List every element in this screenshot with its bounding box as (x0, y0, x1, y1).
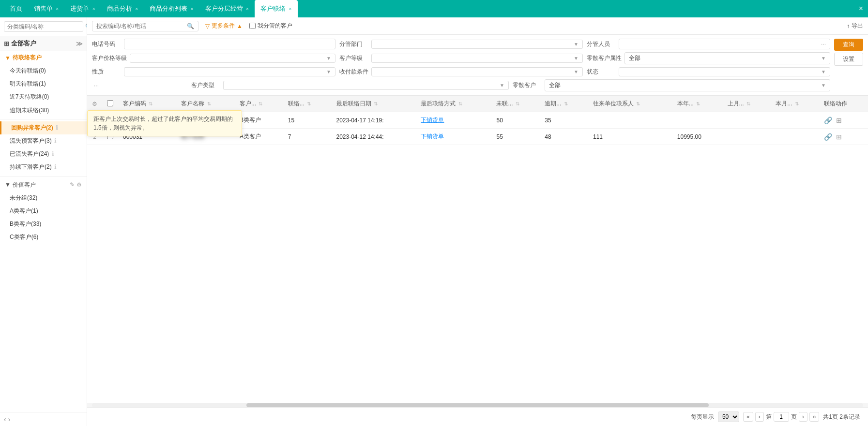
nav-item-home[interactable]: 首页 (4, 0, 28, 17)
sidebar-item-class-b[interactable]: B类客户(33) (0, 218, 87, 231)
nav-item-customer-contact[interactable]: 客户联络 × (255, 0, 297, 17)
sidebar-item-churned[interactable]: 已流失客户(24) ℹ (0, 147, 87, 161)
row-2-grid-icon[interactable]: ⊞ (836, 133, 842, 141)
row-2-this-month (771, 129, 819, 145)
row-1-grid-icon[interactable]: ⊞ (836, 117, 842, 124)
sidebar-scroll-right-icon[interactable]: › (8, 415, 11, 423)
close-customer-tier-icon[interactable]: × (246, 6, 249, 12)
sort-year-icon[interactable]: ⇅ (696, 101, 700, 106)
filter-cell-person: 分管人员 ··· (587, 39, 830, 49)
close-customer-contact-icon[interactable]: × (289, 6, 291, 12)
close-all-tabs-icon[interactable]: × (859, 4, 863, 13)
sort-cat-icon[interactable]: ⇅ (259, 101, 262, 106)
close-goods-analysis-icon[interactable]: × (135, 6, 138, 12)
last-page-btn[interactable]: » (809, 412, 820, 422)
more-icon[interactable]: ··· (94, 82, 99, 89)
nav-item-goods-list[interactable]: 商品分析列表 × (144, 0, 199, 17)
info-icon-2: ℹ (54, 137, 57, 144)
select-all-checkbox[interactable] (107, 100, 113, 106)
sort-unread-icon[interactable]: ⇅ (516, 101, 519, 106)
edit-icon[interactable]: ✎ (70, 181, 75, 188)
sidebar-group-value[interactable]: ▼ 价值客户 ✎ ⚙ (0, 178, 87, 191)
sort-tmonth-icon[interactable]: ⇅ (795, 101, 799, 106)
col-header-last-type: 最后联络方式 ⇅ (416, 96, 491, 112)
settings-button[interactable]: 设置 (834, 53, 863, 66)
page-suffix: 页 (791, 413, 797, 421)
sort-code-icon[interactable]: ⇅ (149, 101, 152, 106)
sidebar-item-overdue[interactable]: 逾期未联络(30) (0, 104, 87, 117)
price-level-select[interactable]: ▼ (130, 54, 335, 63)
sidebar-item-today[interactable]: 今天待联络(0) (0, 64, 87, 77)
status-select[interactable]: ▼ (619, 67, 830, 76)
scrollbar-thumb[interactable] (246, 403, 709, 407)
sidebar-search-input[interactable] (4, 21, 83, 32)
nav-item-purchase[interactable]: 进货单 × (64, 0, 101, 17)
page-input[interactable] (774, 412, 789, 422)
sidebar-item-tomorrow[interactable]: 明天待联络(1) (0, 77, 87, 90)
sort-unit-icon[interactable]: ⇅ (636, 101, 640, 106)
nav-item-sales[interactable]: 销售单 × (28, 0, 64, 17)
sidebar-item-churn-warning[interactable]: 流失预警客户(3) ℹ (0, 134, 87, 147)
horizontal-scrollbar[interactable] (92, 403, 863, 407)
sidebar-item-repurchase-anomaly[interactable]: 回购异常客户(2) ℹ (0, 121, 87, 134)
sidebar-item-class-c[interactable]: C类客户(6) (0, 231, 87, 244)
row-2-link-icon[interactable]: 🔗 (824, 133, 832, 141)
nature-select[interactable]: ▼ (124, 67, 335, 76)
table-header-checkbox-cell (102, 96, 118, 112)
sort-date-icon[interactable]: ⇅ (374, 101, 378, 106)
person-label: 分管人员 (587, 40, 616, 48)
prev-page-btn[interactable]: ‹ (755, 412, 764, 422)
filter-cell-dept: 分管部门 ▼ (339, 40, 583, 49)
my-customer-checkbox-label[interactable]: 我分管的客户 (249, 22, 292, 30)
per-page-select[interactable]: 50 (718, 411, 739, 422)
next-page-btn[interactable]: › (799, 412, 807, 422)
export-btn[interactable]: ↑ 导出 (847, 22, 863, 30)
arrow-down-icon-2: ▼ (5, 181, 11, 188)
nav-item-customer-tier[interactable]: 客户分层经营 × (199, 0, 255, 17)
sidebar-item-declining[interactable]: 持续下滑客户(2) ℹ (0, 161, 87, 174)
retail-customer-select[interactable]: 全部 ▼ (545, 79, 830, 91)
sort-name-icon[interactable]: ⇅ (207, 101, 211, 106)
sort-type-icon[interactable]: ⇅ (458, 101, 462, 106)
close-purchase-icon[interactable]: × (92, 6, 95, 12)
sidebar-item-ungrouped[interactable]: 未分组(32) (0, 191, 87, 205)
pagination-bar: 每页显示 50 « ‹ 第 页 › » 共1页 2条记录 (87, 407, 868, 426)
page-nav: « ‹ 第 页 › » (743, 412, 819, 422)
sidebar-item-class-a[interactable]: A类客户(1) (0, 205, 87, 218)
customer-type-select[interactable]: ▼ (223, 81, 509, 90)
price-level-arrow-icon: ▼ (326, 56, 331, 61)
nav-item-goods-analysis[interactable]: 商品分析 × (101, 0, 144, 17)
query-button[interactable]: 查询 (834, 39, 863, 51)
sidebar-group-pending[interactable]: ▼ 待联络客户 (0, 51, 87, 64)
sidebar-item-7days[interactable]: 近7天待联络(0) (0, 90, 87, 103)
search-input[interactable] (96, 23, 185, 29)
payment-select[interactable]: ▼ (371, 67, 583, 76)
sort-lmonth-icon[interactable]: ⇅ (746, 101, 750, 106)
search-main-icon[interactable]: 🔍 (187, 23, 194, 29)
row-2-last-month (723, 129, 771, 145)
first-page-btn[interactable]: « (743, 412, 753, 422)
row-1-last-type[interactable]: 下销货单 (416, 112, 491, 129)
dept-select[interactable]: ▼ (371, 40, 583, 49)
col-header-contact: 联络... ⇅ (283, 96, 332, 112)
table-settings-icon[interactable]: ⚙ (87, 96, 102, 112)
close-goods-list-icon[interactable]: × (190, 6, 193, 12)
payment-label: 收付款条件 (339, 68, 368, 76)
person-select[interactable]: ··· (619, 39, 830, 49)
phone-input[interactable] (124, 39, 335, 49)
row-2-last-type[interactable]: 下销货单 (416, 129, 491, 145)
close-sales-icon[interactable]: × (56, 6, 59, 12)
filter-cell-nature: 性质 ▼ (92, 67, 335, 76)
retail-attr-select[interactable]: 全部 ▼ (624, 52, 830, 64)
customer-level-select[interactable]: ▼ (371, 54, 583, 63)
my-customer-checkbox[interactable] (249, 23, 256, 29)
row-2-actions: 🔗 ⊞ (819, 129, 868, 145)
row-1-link-icon[interactable]: 🔗 (824, 117, 832, 124)
sort-contact-icon[interactable]: ⇅ (307, 101, 311, 106)
sort-overdue-icon[interactable]: ⇅ (564, 101, 568, 106)
settings-small-icon[interactable]: ⚙ (76, 181, 82, 188)
more-conditions-btn[interactable]: ▽ 更多条件 ▲ (202, 20, 245, 31)
row-1-unit-contact (588, 112, 672, 129)
sidebar-scroll-left-icon[interactable]: ‹ (4, 415, 6, 423)
sidebar-collapse-icon[interactable]: ≫ (76, 40, 83, 47)
